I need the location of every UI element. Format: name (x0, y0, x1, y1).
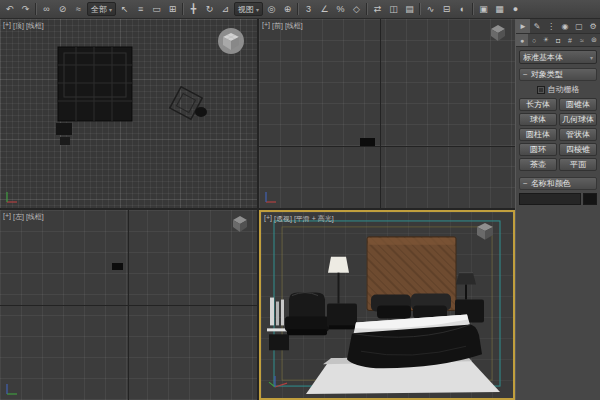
axis-tripod (4, 189, 20, 205)
toolbar-separator (472, 3, 474, 15)
viewport-view-menu[interactable]: [左] (13, 212, 24, 222)
viewcube[interactable] (477, 223, 493, 240)
toolbar-separator (366, 3, 368, 15)
align-icon[interactable]: ◫ (386, 2, 401, 17)
box-button[interactable]: 长方体 (519, 98, 557, 111)
tube-button[interactable]: 管状体 (559, 128, 597, 141)
select-and-move-icon[interactable]: ╋ (186, 2, 201, 17)
world-axis-vertical (380, 19, 381, 208)
bind-to-space-warp-icon[interactable]: ≈ (71, 2, 86, 17)
viewport-view-menu[interactable]: [透视] (274, 214, 292, 224)
chevron-down-icon: ▾ (256, 6, 259, 13)
unlink-selection-icon[interactable]: ⊘ (55, 2, 70, 17)
select-and-link-icon[interactable]: ∞ (39, 2, 54, 17)
viewcube[interactable] (231, 214, 249, 234)
category-systems-icon[interactable]: ⊛ (588, 34, 600, 46)
viewport-shading-menu[interactable]: [平滑 + 高光] (294, 214, 334, 224)
spinner-snap-icon[interactable]: ◇ (349, 2, 364, 17)
viewport-menu-plus[interactable]: [+] (3, 212, 11, 222)
category-helpers-icon[interactable]: # (564, 34, 576, 46)
viewport-top[interactable]: [+] [顶] [线框] (0, 19, 257, 208)
torus-button[interactable]: 圆环 (519, 143, 557, 156)
teapot-button[interactable]: 茶壶 (519, 158, 557, 171)
viewport-menu-plus[interactable]: [+] (264, 214, 272, 224)
object-color-swatch[interactable] (583, 193, 597, 205)
render-icon[interactable]: ● (508, 2, 523, 17)
viewport-left-label: [+] [左] [线框] (3, 212, 44, 222)
viewport-shading-menu[interactable]: [线框] (285, 21, 303, 31)
plane-button[interactable]: 平面 (559, 158, 597, 171)
layer-manager-icon[interactable]: ▤ (402, 2, 417, 17)
front-view-object[interactable] (360, 138, 375, 146)
snaps-toggle-icon[interactable]: 3 (301, 2, 316, 17)
rollout-object-type[interactable]: − 对象类型 (519, 68, 597, 81)
tab-utilities[interactable]: ⚙ (586, 19, 600, 33)
tab-create[interactable]: ► (516, 19, 530, 33)
redo-icon[interactable]: ↷ (18, 2, 33, 17)
schematic-view-icon[interactable]: ⊟ (439, 2, 454, 17)
select-by-name-icon[interactable]: ≡ (133, 2, 148, 17)
geosphere-button[interactable]: 几何球体 (559, 113, 597, 126)
primitive-type-dropdown[interactable]: 标准基本体 ▾ (519, 50, 597, 64)
category-lights-icon[interactable]: ☀ (540, 34, 552, 46)
autogrid-checkbox[interactable] (537, 86, 545, 94)
toolbar-separator (182, 3, 184, 15)
viewport-front[interactable]: [+] [前] [线框] (259, 19, 515, 208)
viewport-area: [+] [顶] [线框] (0, 19, 515, 400)
pyramid-button[interactable]: 四棱锥 (559, 143, 597, 156)
primitive-type-value: 标准基本体 (523, 52, 563, 63)
mirror-icon[interactable]: ⇄ (370, 2, 385, 17)
object-name-input[interactable] (519, 193, 581, 205)
perspective-scene (261, 212, 513, 398)
rollout-name-color[interactable]: − 名称和颜色 (519, 177, 597, 190)
armchair[interactable] (285, 293, 329, 336)
tab-hierarchy[interactable]: ⋮ (544, 19, 558, 33)
rectangular-selection-icon[interactable]: ▭ (149, 2, 164, 17)
window-crossing-icon[interactable]: ⊞ (165, 2, 180, 17)
render-setup-icon[interactable]: ▣ (476, 2, 491, 17)
viewcube[interactable] (489, 23, 507, 43)
viewport-shading-menu[interactable]: [线框] (26, 212, 44, 222)
viewport-perspective[interactable]: [+] [透视] [平滑 + 高光] (259, 210, 515, 400)
undo-icon[interactable]: ↶ (2, 2, 17, 17)
category-shapes-icon[interactable]: ○ (528, 34, 540, 46)
viewport-left[interactable]: [+] [左] [线框] (0, 210, 257, 400)
viewport-perspective-label: [+] [透视] [平滑 + 高光] (264, 214, 334, 224)
category-spacewarps-icon[interactable]: ≈ (576, 34, 588, 46)
select-and-rotate-icon[interactable]: ↻ (202, 2, 217, 17)
axis-tripod (263, 189, 279, 205)
material-editor-icon[interactable]: ◐ (455, 2, 470, 17)
cone-button[interactable]: 圆锥体 (559, 98, 597, 111)
select-object-icon[interactable]: ↖ (117, 2, 132, 17)
rendered-frame-icon[interactable]: ▦ (492, 2, 507, 17)
create-categories: ● ○ ☀ ◘ # ≈ ⊛ (516, 34, 600, 47)
selection-filter-dropdown[interactable]: 全部 ▾ (87, 2, 116, 16)
left-nightstand-lamp[interactable] (327, 257, 357, 330)
use-pivot-center-icon[interactable]: ◎ (264, 2, 279, 17)
select-and-scale-icon[interactable]: ⊿ (218, 2, 233, 17)
viewport-view-menu[interactable]: [前] (272, 21, 283, 31)
angle-snap-icon[interactable]: ∠ (317, 2, 332, 17)
viewport-menu-plus[interactable]: [+] (262, 21, 270, 31)
reference-coordinate-dropdown[interactable]: 视图 ▾ (234, 2, 263, 16)
curve-editor-icon[interactable]: ∿ (423, 2, 438, 17)
toolbar-separator (297, 3, 299, 15)
chevron-down-icon: ▾ (109, 6, 112, 13)
tab-motion[interactable]: ◉ (558, 19, 572, 33)
right-nightstand-lamp[interactable] (455, 273, 484, 323)
cylinder-button[interactable]: 圆柱体 (519, 128, 557, 141)
category-cameras-icon[interactable]: ◘ (552, 34, 564, 46)
viewport-shading-menu[interactable]: [线框] (26, 21, 44, 31)
select-and-manipulate-icon[interactable]: ⊕ (280, 2, 295, 17)
sphere-button[interactable]: 球体 (519, 113, 557, 126)
viewport-menu-plus[interactable]: [+] (3, 21, 11, 31)
percent-snap-icon[interactable]: % (333, 2, 348, 17)
category-geometry-icon[interactable]: ● (516, 34, 528, 46)
viewcube[interactable] (217, 27, 245, 55)
left-view-object[interactable] (112, 263, 123, 270)
viewport-top-label: [+] [顶] [线框] (3, 21, 44, 31)
viewport-view-menu[interactable]: [顶] (13, 21, 24, 31)
tab-modify[interactable]: ✎ (530, 19, 544, 33)
axis-tripod (4, 381, 20, 397)
tab-display[interactable]: ▢ (572, 19, 586, 33)
